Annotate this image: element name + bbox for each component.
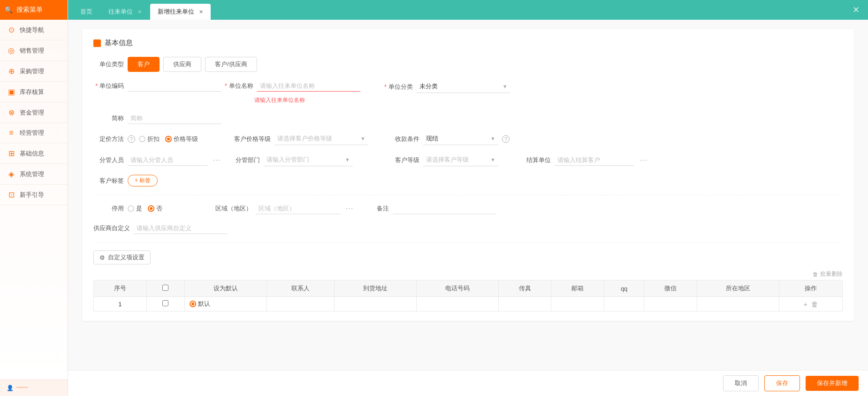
sidebar-label-operations: 经营管理 [20,129,44,137]
search-icon: 🔍 [5,6,13,14]
dept-select[interactable]: 请输入分管部门 ▼ [264,154,353,166]
row-contact [267,297,335,311]
settlement-more-btn[interactable]: ··· [638,156,649,164]
remark-input[interactable] [393,203,496,214]
sidebar: 🔍 搜索菜单 ⊙ 快捷导航◎ 销售管理⊕ 采购管理▣ 库存核算⊗ 资金管理≡ 经… [0,0,68,396]
unit-name-error: 请输入往来单位名称 [254,96,305,104]
save-button[interactable]: 保存 [764,375,800,391]
tags-group: 客户标签 + 标签 [93,175,158,186]
region-group: 区域（地区） ··· [215,203,375,214]
save-new-button[interactable]: 保存并新增 [806,376,859,391]
customer-level-group: 客户等级 请选择客户等级 ▼ [394,154,525,166]
content-area: 基本信息 单位类型 客户供应商客户/供应商 单位编码 000009 [68,20,868,370]
customer-level-select[interactable]: 请选择客户等级 ▼ [423,154,498,166]
user-icon: 👤 [7,385,14,391]
remark-group: 备注 [375,203,516,214]
row-email [551,297,604,311]
sidebar-item-sales[interactable]: ◎ 销售管理 [0,40,68,61]
manager-input[interactable] [128,155,207,166]
stop-yes[interactable]: 是 [128,204,142,213]
stop-no[interactable]: 否 [148,204,162,213]
add-tag-btn[interactable]: + 标签 [128,175,158,186]
customer-price-select[interactable]: 请选择客户价格等级 ▼ [274,132,368,145]
table-header: qq [604,280,644,297]
custom-settings-label: 自定义项设置 [108,253,145,262]
row-checkbox[interactable] [162,300,168,306]
unit-category-select[interactable]: 未分类 ▼ [417,80,510,93]
row-qq [604,297,644,311]
tab-partners[interactable]: 往来单位✕ [101,4,149,20]
payment-select[interactable]: 现结 ▼ [423,132,498,145]
cancel-button[interactable]: 取消 [723,375,759,391]
manager-label: 分管人员 [93,156,124,164]
table-header: 设为默认 [185,280,267,297]
alias-input[interactable] [128,113,221,124]
manager-row: 分管人员 ··· 分管部门 请输入分管部门 ▼ 客户等级 请选择客户等级 [93,154,843,166]
dept-group: 分管部门 请输入分管部门 ▼ [234,154,394,166]
stop-group: 停用 是 否 [93,204,215,213]
pricing-level[interactable]: 价格等级 [165,135,198,143]
customer-price-placeholder: 请选择客户价格等级 [277,134,332,143]
sidebar-item-operations[interactable]: ≡ 经营管理 [0,123,68,143]
unit-code-input[interactable]: 000009 [128,80,221,92]
batch-delete-btn[interactable]: 🗑 批量删除 [813,270,843,278]
settlement-input[interactable] [555,155,634,166]
stop-no-radio [148,205,154,212]
settlement-group: 结算单位 ··· [525,155,656,166]
region-label: 区域（地区） [215,204,252,213]
region-input[interactable] [256,203,340,214]
sidebar-bottom: 👤 〰〰 [0,380,68,396]
unit-category-label: 单位分类 [384,83,413,91]
unit-name-input[interactable] [257,80,360,92]
sidebar-item-system[interactable]: ◈ 系统管理 [0,164,68,185]
sidebar-item-basic[interactable]: ⊞ 基础信息 [0,143,68,164]
unit-type-customer[interactable]: 客户 [128,57,160,72]
close-all-tabs[interactable]: ✕ [849,3,863,17]
select-all-checkbox[interactable] [162,285,168,291]
section-header: 基本信息 [93,39,843,47]
price-level-label: 价格等级 [174,135,198,143]
add-row-btn[interactable]: + [802,299,808,309]
tab-new-partner[interactable]: 新增往来单位✕ [150,4,211,20]
alias-label: 简称 [93,114,124,123]
delete-row-btn[interactable]: 🗑 [810,299,819,309]
unit-type-both[interactable]: 客户/供应商 [205,57,257,72]
region-more-btn[interactable]: ··· [344,204,355,213]
sidebar-item-purchase[interactable]: ⊕ 采购管理 [0,61,68,82]
supplier-custom-label: 供应商自定义 [93,224,130,233]
sales-icon: ◎ [7,46,16,55]
system-icon: ◈ [7,170,16,179]
set-default-radio[interactable]: 默认 [190,300,262,308]
sidebar-item-quick-nav[interactable]: ⊙ 快捷导航 [0,20,68,40]
tab-label-home: 首页 [80,8,92,16]
unit-type-supplier[interactable]: 供应商 [163,57,201,72]
customer-level-placeholder: 请选择客户等级 [426,155,469,164]
sidebar-label-sales: 销售管理 [20,47,44,55]
sidebar-item-inventory[interactable]: ▣ 库存核算 [0,82,68,102]
sidebar-item-newbie[interactable]: ⊡ 新手引导 [0,185,68,205]
custom-settings-btn[interactable]: ⚙ 自定义项设置 [93,250,151,264]
bottom-bar: 取消 保存 保存并新增 [68,370,868,396]
payment-help-icon[interactable]: ? [502,135,510,143]
payment-chevron: ▼ [490,136,495,141]
tab-close-partners[interactable]: ✕ [137,9,142,15]
manager-more-btn[interactable]: ··· [211,156,222,164]
search-menu[interactable]: 🔍 搜索菜单 [0,0,68,20]
pricing-discount[interactable]: 折扣 [139,135,160,143]
sidebar-item-finance[interactable]: ⊗ 资金管理 [0,102,68,123]
unit-code-label: 单位编码 [93,82,124,90]
batch-delete-icon: 🗑 [813,271,818,278]
settlement-label: 结算单位 [525,156,551,164]
supplier-custom-input[interactable] [134,223,228,234]
row-default: 默认 [185,297,267,311]
settings-icon: ⚙ [99,254,105,261]
unit-name-label: 单位名称 [225,82,253,90]
tab-home[interactable]: 首页 [73,4,100,20]
table-header: 序号 [94,280,147,297]
remark-label: 备注 [375,204,389,213]
tab-close-new-partner[interactable]: ✕ [199,9,203,15]
row-actions: + 🗑 [779,297,842,311]
table-header: 微信 [644,280,697,297]
pricing-help-icon[interactable]: ? [128,135,135,143]
newbie-icon: ⊡ [7,190,16,199]
